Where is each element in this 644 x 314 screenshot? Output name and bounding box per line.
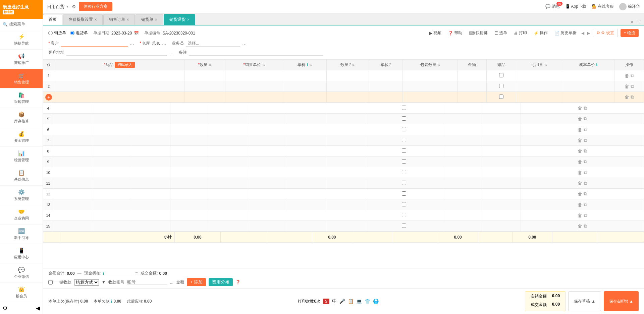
unit2-cell[interactable] xyxy=(248,167,287,178)
experience-plan-button[interactable]: 体验行业方案 xyxy=(79,2,112,11)
cost-price-cell[interactable] xyxy=(482,178,521,189)
unit-price-cell[interactable] xyxy=(170,156,209,167)
delete-row-button[interactable]: 🗑 xyxy=(578,180,582,186)
account-dots-icon[interactable]: ... xyxy=(170,280,173,285)
save-draft-button[interactable]: 保存草稿 ▲ xyxy=(568,291,601,311)
radio-return-doc[interactable]: 退货单 xyxy=(70,30,88,36)
product-cell[interactable] xyxy=(53,103,92,114)
quantity2-cell[interactable] xyxy=(209,135,248,146)
gift-cell[interactable] xyxy=(365,210,443,221)
quantity-cell[interactable] xyxy=(184,81,225,92)
copy-row-button[interactable]: ⧉ xyxy=(584,116,587,122)
gift-cell[interactable] xyxy=(365,103,443,114)
unit2-cell[interactable] xyxy=(369,92,403,103)
unit-price-cell[interactable] xyxy=(170,221,209,232)
gift-checkbox[interactable] xyxy=(402,202,406,206)
warehouse-picker-icon[interactable]: ... xyxy=(162,40,166,46)
unit-price-cell[interactable] xyxy=(283,81,326,92)
sidebar-item-purchase[interactable]: 🛍️ 采购管理 xyxy=(0,88,43,108)
amount-cell[interactable] xyxy=(326,210,365,221)
copy-row-button[interactable]: ⧉ xyxy=(584,223,587,229)
cost-price-cell[interactable] xyxy=(482,135,521,146)
amount-cell[interactable] xyxy=(458,81,487,92)
toolbar-icon-2[interactable]: 🎤 xyxy=(339,299,345,304)
print-btn[interactable]: 🖨 打印 xyxy=(512,29,529,37)
quantity2-cell[interactable] xyxy=(209,199,248,210)
staff-input[interactable] xyxy=(186,40,240,47)
product-cell-active[interactable] xyxy=(54,92,184,103)
toolbar-icon-4[interactable]: 💻 xyxy=(356,299,362,304)
amount-cell[interactable] xyxy=(326,199,365,210)
product-cell[interactable] xyxy=(53,199,92,210)
gift-checkbox[interactable] xyxy=(402,106,406,110)
fee-split-button[interactable]: 费用分摊 xyxy=(209,278,233,286)
delete-row-button[interactable]: 🗑 xyxy=(578,202,582,207)
cost-price-cell[interactable] xyxy=(562,81,614,92)
quantity-cell[interactable] xyxy=(92,167,131,178)
pack-qty-cell[interactable] xyxy=(403,70,458,81)
cost-price-cell[interactable] xyxy=(482,146,521,156)
gift-cell[interactable] xyxy=(487,92,516,103)
copy-row-button[interactable]: ⧉ xyxy=(631,83,634,89)
nav-next-icon[interactable]: ▶ xyxy=(587,31,590,36)
unit2-cell[interactable] xyxy=(248,189,287,199)
tab-sales-order[interactable]: 销售订单 ✕ xyxy=(103,14,135,25)
col-settings[interactable]: ⚙ xyxy=(43,60,54,70)
quantity2-cell[interactable] xyxy=(209,221,248,232)
quantity2-cell[interactable] xyxy=(209,114,248,124)
radio-input-return[interactable] xyxy=(70,31,74,35)
sales-unit-cell[interactable] xyxy=(131,199,170,210)
tab-home[interactable]: 首页 xyxy=(43,14,62,25)
sales-unit-cell[interactable] xyxy=(225,70,283,81)
toolbar-icon-3[interactable]: 📋 xyxy=(348,299,354,304)
unit2-cell[interactable] xyxy=(248,135,287,146)
cost-price-cell[interactable] xyxy=(482,167,521,178)
sales-unit-cell[interactable] xyxy=(131,210,170,221)
cost-price-cell[interactable] xyxy=(482,221,521,232)
radio-input-sales[interactable] xyxy=(48,31,53,35)
quantity2-cell[interactable] xyxy=(209,146,248,156)
help-icon[interactable]: ℹ xyxy=(111,299,112,304)
copy-row-button[interactable]: ⧉ xyxy=(584,137,587,143)
amount-cell[interactable] xyxy=(326,114,365,124)
close-icon[interactable]: ✕ xyxy=(155,18,157,21)
amount-cell[interactable] xyxy=(326,103,365,114)
tab-sales-doc[interactable]: 销货单 ✕ xyxy=(136,14,163,25)
cost-price-cell[interactable] xyxy=(482,189,521,199)
gift-cell[interactable] xyxy=(365,124,443,135)
copy-row-button[interactable]: ⧉ xyxy=(584,148,587,154)
pack-qty-cell[interactable] xyxy=(287,114,326,124)
gift-cell[interactable] xyxy=(365,178,443,189)
available-cell[interactable] xyxy=(443,167,482,178)
gift-checkbox[interactable] xyxy=(402,148,406,153)
sidebar-item-finance[interactable]: 💰 资金管理 xyxy=(0,127,43,147)
unit2-cell[interactable] xyxy=(248,178,287,189)
pack-qty-cell[interactable] xyxy=(287,167,326,178)
pack-qty-cell[interactable] xyxy=(287,210,326,221)
gift-cell[interactable] xyxy=(487,70,516,81)
unit-price-cell[interactable] xyxy=(170,135,209,146)
delete-row-button[interactable]: 🗑 xyxy=(578,191,582,197)
copy-row-button[interactable]: ⧉ xyxy=(631,94,634,100)
pack-qty-cell[interactable] xyxy=(287,221,326,232)
delete-row-button[interactable]: 🗑 xyxy=(578,212,582,218)
unit2-cell[interactable] xyxy=(248,114,287,124)
amount-cell[interactable] xyxy=(326,178,365,189)
gift-checkbox[interactable] xyxy=(499,95,503,99)
gift-cell[interactable] xyxy=(365,156,443,167)
nav-prev-icon[interactable]: ◀ xyxy=(581,31,584,36)
cash-discount-input[interactable] xyxy=(106,271,132,276)
available-cell[interactable] xyxy=(443,124,482,135)
quantity-cell[interactable] xyxy=(184,92,225,103)
sales-unit-cell[interactable] xyxy=(131,114,170,124)
available-cell[interactable] xyxy=(443,103,482,114)
sidebar-item-marketing[interactable]: 📢 营销推广 xyxy=(0,50,43,69)
unit-price-cell[interactable] xyxy=(170,167,209,178)
available-cell[interactable] xyxy=(516,70,562,81)
message-badge[interactable]: 💬 消息 70 xyxy=(545,4,559,9)
gift-checkbox[interactable] xyxy=(402,213,406,217)
product-cell[interactable] xyxy=(53,114,92,124)
gift-cell[interactable] xyxy=(365,189,443,199)
amount-cell[interactable] xyxy=(326,167,365,178)
quantity2-cell[interactable] xyxy=(209,156,248,167)
